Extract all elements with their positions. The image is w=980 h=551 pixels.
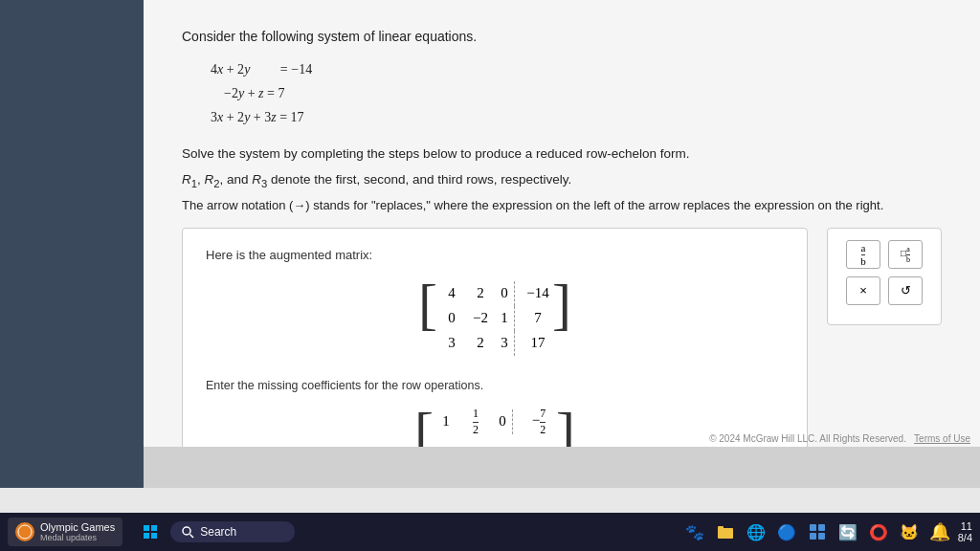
windows-icon [143, 524, 158, 540]
mixed-number-button[interactable]: □ab [888, 240, 923, 269]
res-c2: 1 2 [458, 407, 493, 437]
res-c1: 1 [434, 413, 458, 430]
svg-point-0 [18, 525, 32, 539]
mf-num: a [906, 245, 910, 255]
svg-rect-11 [810, 533, 816, 540]
fraction-7-2: 72 [540, 407, 546, 437]
augmented-matrix: [ 4 2 0 −14 0 −2 1 7 [206, 277, 784, 360]
svg-line-6 [190, 534, 194, 538]
frac-num: 1 [473, 407, 479, 423]
copyright: © 2024 McGraw Hill LLC. All Rights Reser… [709, 433, 970, 444]
cell-r1c4: −14 [523, 285, 552, 301]
toolbar-row-1: a b □ab [839, 240, 929, 269]
svg-rect-9 [810, 524, 816, 531]
divider-r2 [514, 306, 523, 331]
cell-r2c4: 7 [523, 310, 552, 326]
instruction-2: R1, R2, and R3 denote the first, second,… [182, 169, 942, 192]
olympic-app-sublabel: Medal updates [40, 533, 115, 542]
equation-1: 4x + 2y = −14 [211, 57, 942, 81]
arrow-note: The arrow notation (→) stands for "repla… [182, 198, 942, 212]
mixed-frac-icon: ab [906, 245, 910, 264]
cell-r3c3: 3 [495, 335, 514, 351]
fraction-icon: a b [860, 242, 866, 267]
cell-r1c3: 0 [495, 285, 514, 301]
frac-7-num: 7 [540, 407, 546, 423]
clear-button[interactable]: × [846, 276, 880, 305]
taskbar-icon-2[interactable] [713, 519, 738, 544]
taskbar-icon-4[interactable]: 🔵 [774, 519, 799, 544]
res-c3: 0 [493, 413, 512, 430]
cell-r1c1: 4 [437, 285, 466, 301]
taskbar-icon-6[interactable]: 🔄 [835, 519, 860, 544]
toolbar-panel: a b □ab × ↺ [827, 228, 942, 325]
copyright-text: © 2024 McGraw Hill LLC. All Rights Reser… [709, 433, 906, 444]
taskbar-icon-1[interactable]: 🐾 [682, 519, 707, 544]
mixed-icon: □ab [901, 245, 910, 264]
equations-block: 4x + 2y = −14 −2y + z = 7 3x + 2y + 3z =… [211, 57, 942, 130]
search-icon [182, 526, 194, 539]
left-bracket: [ [418, 277, 437, 360]
svg-rect-7 [718, 528, 733, 539]
folder-icon [717, 523, 734, 540]
continue-bar: Continue [144, 447, 980, 488]
terms-of-use-link[interactable]: Terms of Use [914, 433, 970, 444]
svg-rect-10 [818, 524, 825, 531]
svg-rect-1 [144, 525, 149, 531]
svg-rect-3 [144, 533, 149, 539]
cell-r2c2: −2 [466, 310, 495, 326]
taskbar-app-olympic[interactable]: Olympic Games Medal updates [8, 518, 122, 546]
divider-r1 [514, 281, 523, 306]
taskbar-icon-5[interactable] [805, 519, 830, 544]
problem-intro: Consider the following system of linear … [182, 29, 942, 44]
sidebar [0, 0, 144, 488]
cell-r3c2: 2 [466, 335, 495, 351]
cell-r3c1: 3 [437, 335, 466, 351]
taskbar-search[interactable]: Search [170, 521, 295, 542]
mf-den: b [906, 255, 910, 264]
taskbar-icon-8[interactable]: 🐱 [897, 519, 922, 544]
svg-point-5 [183, 527, 190, 535]
taskbar-right-icons: 🐾 🌐 🔵 🔄 ⭕ 🐱 🔔 11 8/4 [682, 519, 972, 544]
taskbar-icon-7[interactable]: ⭕ [866, 519, 891, 544]
instruction-1: Solve the system by completing the steps… [182, 143, 942, 165]
fraction-half: 1 2 [473, 407, 479, 437]
olympic-app-text: Olympic Games Medal updates [40, 521, 115, 542]
matrix-inner: 4 2 0 −14 0 −2 1 7 3 2 3 [437, 277, 552, 360]
undo-icon: ↺ [901, 283, 911, 298]
clear-icon: × [859, 283, 867, 298]
row-ops-label: Enter the missing coefficients for the r… [206, 379, 784, 392]
taskbar-clock: 11 [961, 520, 972, 532]
frac-den: 2 [473, 423, 479, 437]
search-label: Search [200, 525, 236, 539]
augmented-label: Here is the augmented matrix: [206, 248, 784, 262]
taskbar-date: 8/4 [958, 532, 972, 543]
taskbar-icon-3[interactable]: 🌐 [744, 519, 768, 544]
taskbar: Olympic Games Medal updates Search 🐾 🌐 [0, 513, 980, 551]
undo-button[interactable]: ↺ [888, 276, 923, 305]
svg-rect-4 [151, 533, 157, 539]
divider-r3 [514, 331, 523, 356]
cell-r3c4: 17 [523, 335, 552, 351]
matrix-wrapper: [ 4 2 0 −14 0 −2 1 7 [418, 277, 571, 360]
cell-r2c3: 1 [495, 310, 514, 326]
result-divider [512, 409, 522, 434]
cell-r2c1: 0 [437, 310, 466, 326]
grid-icon [809, 523, 826, 540]
main-content: Consider the following system of linear … [144, 0, 980, 488]
olympic-app-icon [15, 522, 34, 541]
res-c4: −72 [522, 407, 556, 437]
olympic-icon-svg [17, 524, 33, 540]
equation-2: −2y + z = 7 [211, 81, 942, 105]
windows-button[interactable] [138, 519, 163, 544]
olympic-app-label: Olympic Games [40, 521, 115, 533]
svg-rect-2 [151, 525, 157, 531]
fraction-button[interactable]: a b [846, 240, 880, 269]
cell-r1c2: 2 [466, 285, 495, 301]
svg-rect-8 [718, 526, 724, 529]
frac-icon-den: b [860, 255, 866, 267]
toolbar-row-2: × ↺ [839, 276, 929, 305]
frac-7-den: 2 [540, 423, 546, 437]
equation-3: 3x + 2y + 3z = 17 [211, 105, 942, 129]
taskbar-time: 11 8/4 [958, 520, 972, 543]
taskbar-icon-9[interactable]: 🔔 [927, 519, 952, 544]
